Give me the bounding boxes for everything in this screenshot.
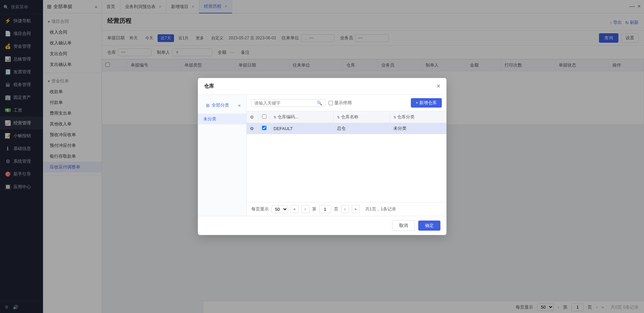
modal-table-row[interactable]: ⚙ DEFAULT 总仓 未分类 [247,123,446,134]
sort-icon-name: ⇅ [337,115,340,119]
modal-overlay: 仓库 × ⊞ 全部分类 « 未分类 未找到任何经营历程 [0,0,644,313]
modal-search-icon: 🔍 [317,101,322,106]
grid-small-icon: ⊞ [206,103,210,108]
modal-table-wrap: ⚙ ⇅ 仓库编码... ⇅ [247,111,446,202]
modal-close-icon[interactable]: × [437,83,440,90]
modal-first-page-btn[interactable]: « [291,205,299,213]
modal-page-size-select[interactable]: 50 [271,205,288,213]
modal-col-name[interactable]: ⇅ 仓库名称 [334,111,390,123]
modal-col-code[interactable]: ⇅ 仓库编码... [270,111,334,123]
collapse-categories-btn[interactable]: « [237,102,242,109]
modal-page-suffix: 页 [334,206,338,212]
modal-col-category[interactable]: ⇅ 仓库分类 [390,111,446,123]
modal-total-info: 共1页，1条记录 [365,206,396,212]
modal-per-page-label: 每页显示 [251,206,269,212]
modal-page-input[interactable] [319,205,331,213]
row-code-cell: DEFAULT [270,123,334,134]
modal-col-settings[interactable]: ⚙ [247,111,259,123]
row-settings-cell[interactable]: ⚙ [247,123,259,134]
modal-body: ⊞ 全部分类 « 未分类 未找到任何经营历程 [198,95,446,216]
modal-search-input[interactable] [254,101,315,106]
modal-toolbar: 🔍 显示停用 + 新增仓库 [247,95,446,111]
show-disabled-label[interactable]: 显示停用 [329,100,352,106]
modal-left-header: ⊞ 全部分类 « [198,98,246,114]
modal-select-all[interactable] [262,114,266,119]
sort-icon-category: ⇅ [393,115,396,119]
settings-gear-icon: ⚙ [250,115,254,120]
modal-page-label: 算 [312,206,316,212]
modal-warehouse-table: ⚙ ⇅ 仓库编码... ⇅ [247,111,446,134]
modal-next-btn[interactable]: › [341,205,349,213]
row-name-cell: 总仓 [334,123,390,134]
cancel-btn[interactable]: 取消 [392,220,415,231]
sort-icon-code: ⇅ [273,115,276,119]
category-uncategorized[interactable]: 未分类 [198,114,246,124]
warehouse-modal: 仓库 × ⊞ 全部分类 « 未分类 未找到任何经营历程 [198,78,446,235]
modal-last-btn[interactable]: » [352,205,360,213]
modal-col-checkbox[interactable] [259,111,270,123]
modal-footer: 取消 确定 [198,216,446,235]
modal-table-header-row: ⚙ ⇅ 仓库编码... ⇅ [247,111,446,123]
modal-search-wrap[interactable]: 🔍 [251,99,325,107]
show-disabled-checkbox[interactable] [329,101,333,105]
confirm-btn[interactable]: 确定 [418,221,440,231]
modal-prev-btn[interactable]: ‹ [301,205,309,213]
modal-pagination: 每页显示 50 « ‹ 算 页 › » 共1页，1条记录 [247,202,446,216]
modal-header: 仓库 × [198,78,446,95]
row-checkbox[interactable] [262,126,266,130]
row-category-cell: 未分类 [390,123,446,134]
modal-title: 仓库 [204,83,214,89]
categories-scroll: 未分类 [198,114,246,212]
add-warehouse-btn[interactable]: + 新增仓库 [411,98,441,108]
modal-categories-panel: ⊞ 全部分类 « 未分类 未找到任何经营历程 [198,95,247,216]
row-checkbox-cell[interactable] [259,123,270,134]
all-categories-item[interactable]: ⊞ 全部分类 [202,100,233,110]
row-settings-icon: ⚙ [250,126,254,131]
modal-table-panel: 🔍 显示停用 + 新增仓库 ⚙ [247,95,446,216]
